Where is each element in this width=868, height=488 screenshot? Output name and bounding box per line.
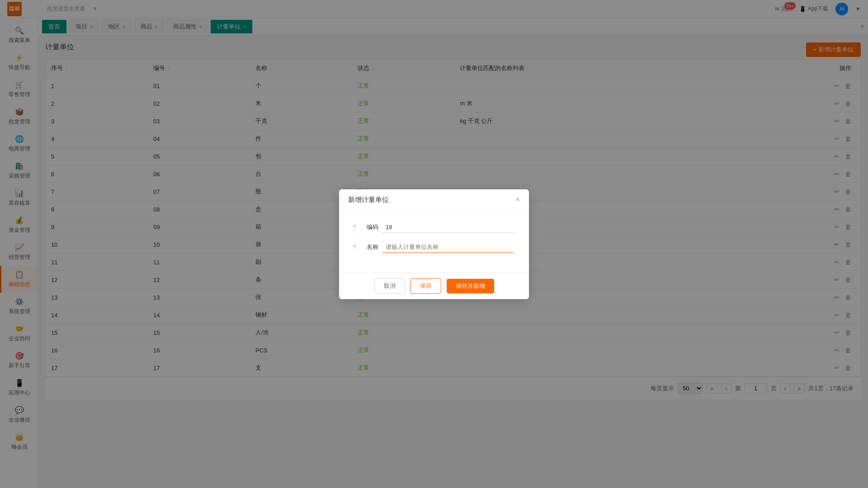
modal-footer: 取消 保存 保存并新增 [339, 272, 529, 299]
name-input[interactable] [382, 242, 514, 253]
save-button[interactable]: 保存 [410, 278, 441, 294]
modal-title: 新增计量单位 [348, 196, 389, 204]
code-label: 编码 [360, 223, 378, 231]
modal-body: * 编码 * 名称 [339, 211, 529, 272]
form-row-code: * 编码 [354, 222, 514, 233]
code-input[interactable] [382, 222, 514, 233]
name-required-mark: * [354, 244, 356, 250]
save-and-new-button[interactable]: 保存并新增 [447, 279, 494, 293]
modal-overlay[interactable]: 新增计量单位 × * 编码 * 名称 取消 保存 保存并新增 [0, 0, 868, 488]
modal-header: 新增计量单位 × [339, 189, 529, 211]
form-row-name: * 名称 [354, 242, 514, 253]
modal-close-button[interactable]: × [516, 196, 520, 204]
name-label: 名称 [360, 243, 378, 251]
cancel-button[interactable]: 取消 [374, 278, 405, 294]
add-unit-modal: 新增计量单位 × * 编码 * 名称 取消 保存 保存并新增 [339, 189, 529, 299]
code-required-mark: * [354, 224, 356, 230]
